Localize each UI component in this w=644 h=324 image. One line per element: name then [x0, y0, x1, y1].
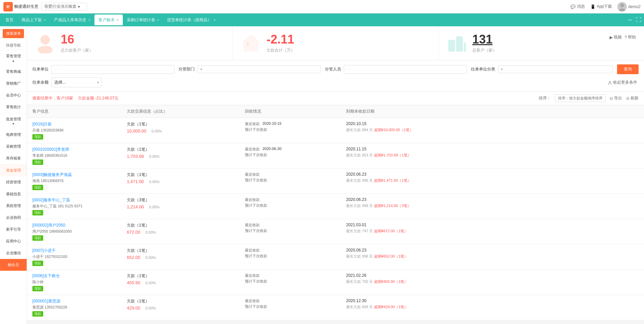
sidebar-item-enterprise-collab[interactable]: 企业协同: [0, 212, 27, 224]
sidebar-item-batch-mgmt[interactable]: 批发管理 ▼: [0, 113, 27, 129]
sidebar-item-capital-mgmt[interactable]: 资金管理: [0, 165, 27, 176]
sidebar-item-retail-store[interactable]: 零售商城: [0, 66, 27, 78]
stat-total-customers: 131 总客户（家） ▶ 视频 ? 帮助: [439, 26, 644, 60]
tab-customer-account[interactable]: 客户账本 ×: [94, 14, 123, 25]
search-menu-btn[interactable]: 搜索菜单: [3, 29, 24, 38]
app-download-btn[interactable]: 📱 App下载: [590, 4, 612, 9]
sort-selector[interactable]: 排序：按欠款金额倒序排序: [555, 94, 606, 102]
sidebar-item-inventory[interactable]: 库存核算: [0, 152, 27, 164]
debt-percent-6: 0.00%: [145, 281, 156, 285]
sidebar-label-retail-mgmt: 零售管理: [6, 54, 21, 59]
overdue-date-3: 2020.06.23: [346, 197, 639, 202]
tab-customer-account-close[interactable]: ×: [117, 18, 119, 22]
return-row-next-3: 预计下次收款: [245, 203, 346, 208]
svg-point-3: [38, 46, 53, 53]
debt-count-5: 欠款（1笔）: [127, 248, 245, 254]
sidebar-item-member-plus[interactable]: 畅会员: [0, 259, 27, 271]
refresh-btn[interactable]: ⊙ 刷新: [626, 95, 639, 101]
tab-home[interactable]: 首页: [1, 14, 18, 25]
overdue-link-4[interactable]: 超期¥672.00（1笔）: [374, 229, 408, 233]
sidebar-item-marketing[interactable]: 营销推广: [0, 78, 27, 89]
overdue-link-7[interactable]: 超期¥429.00（1笔）: [374, 305, 408, 309]
stat-debt-amount: ¥ -2.11 欠款合计（万）: [233, 26, 439, 60]
tab-purchase-order-close[interactable]: ×: [157, 18, 159, 22]
overdue-link-2[interactable]: 超期¥1,471.00（1笔）: [374, 178, 411, 182]
sidebar-item-basic-info[interactable]: 基础信息: [0, 188, 27, 200]
debt-info-7: 欠款（1笔） 429.00 0.00%: [127, 298, 245, 311]
sidebar-quick-nav[interactable]: 快捷导航: [0, 41, 27, 50]
customer-name-4[interactable]: [000002]用户2050: [32, 223, 127, 228]
overdue-detail-7: 最长欠款 808 天 超期¥429.00（1笔）: [346, 304, 639, 310]
source-unit-input[interactable]: ···: [51, 65, 174, 74]
customer-name-0[interactable]: [0016]吕俊: [32, 121, 127, 127]
nav-minimize-btn[interactable]: ─: [627, 16, 633, 24]
sidebar-item-retail-stats[interactable]: 零售统计: [0, 101, 27, 113]
sidebar-item-member-center[interactable]: 会员中心: [0, 89, 27, 101]
tab-product-offshelf[interactable]: 商品上下架 ×: [18, 14, 50, 25]
table-row: [0003]畅捷服务尹海蕊 海燕 18513066976 现款 欠款（1笔） 1…: [27, 169, 644, 194]
svg-point-0: [620, 3, 624, 7]
customer-info-5: [0007]小进干 小进干 18279152100 现款: [32, 248, 127, 266]
return-row-next-1: 预计下次收款: [245, 152, 346, 157]
sidebar-item-retail-mgmt[interactable]: 零售管理 ▲: [0, 50, 27, 66]
sidebar-item-system-mgmt[interactable]: 系统管理: [0, 200, 27, 212]
sidebar-item-ops-mgmt[interactable]: 经营管理: [0, 176, 27, 188]
user-avatar-btn[interactable]: demo2: [617, 2, 641, 11]
tab-purchase-stats[interactable]: 进货单统计表（按商品） ×: [163, 14, 220, 25]
tab-product-offshelf-close[interactable]: ×: [44, 18, 46, 22]
customer-name-6[interactable]: [0006]去下粮仓: [32, 273, 127, 279]
sidebar-item-app-center[interactable]: 应用中心: [0, 235, 27, 247]
stat-customers-label: 总客户（家）: [472, 48, 604, 53]
customer-name-7[interactable]: [000001]黄思源: [32, 298, 127, 304]
customer-name-5[interactable]: [0007]小进干: [32, 248, 127, 254]
sidebar-item-ecommerce[interactable]: 电商管理: [0, 129, 27, 141]
debt-count-4: 欠款（1笔）: [127, 223, 245, 228]
customer-phone-5: 小进干 18279152100: [32, 254, 127, 259]
customer-info-1: [0001020001]李老师 李老师 18600391516 现款: [32, 147, 127, 165]
manager-input[interactable]: ···: [344, 65, 467, 74]
dept-input[interactable]: ▾: [197, 65, 320, 73]
return-info-4: 最近收款 预计下次收款: [245, 223, 346, 234]
svg-text:¥: ¥: [246, 40, 250, 47]
nav-maximize-btn[interactable]: ⛶: [635, 16, 643, 24]
tab-purchase-order[interactable]: 采购订单统计表 ×: [123, 14, 163, 25]
customer-info-2: [0003]畅捷服务尹海蕊 海燕 18513066976 现款: [32, 172, 127, 190]
sidebar-item-enterprise-wechat[interactable]: 企业微信: [0, 247, 27, 259]
tab-product-history-close[interactable]: ×: [88, 18, 90, 22]
overdue-link-5[interactable]: 超期¥652.00（1笔）: [374, 254, 408, 258]
table-header: 客户信息 欠款交易信息（占比） 回收情况 到期未收款日期: [27, 105, 644, 118]
debt-amount-1: 1,703.68: [127, 154, 144, 159]
help-btn[interactable]: ? 帮助: [624, 34, 636, 40]
overdue-link-0[interactable]: 超期¥10,000.00（1笔）: [374, 128, 413, 132]
filter-row-1: 往来单位 ··· 分管部门 ▾ 分管人员 ···: [32, 64, 639, 74]
debt-count-0: 欠款（1笔）: [127, 121, 245, 127]
stats-row: 16 总欠款客户（家） ¥ -2.11 欠款合计（万）: [27, 26, 644, 60]
debt-amount-5: 652.00: [127, 255, 140, 260]
chevron-down-icon: ▾: [78, 4, 80, 9]
balance-input[interactable]: 选择... ▾: [51, 78, 102, 87]
return-row-next-0: 预计下次收款: [245, 127, 346, 132]
return-row-next-4: 预计下次收款: [245, 228, 346, 233]
debt-count-2: 欠款（1笔）: [127, 172, 245, 178]
video-btn[interactable]: ▶ 视频: [610, 34, 622, 40]
debt-percent-3: 0.00%: [149, 205, 160, 209]
customer-name-1[interactable]: [0001020001]李老师: [32, 147, 127, 152]
customer-name-3[interactable]: [0002]服务中心_丁磊: [32, 197, 127, 203]
overdue-link-6[interactable]: 超期¥455.90（1笔）: [374, 279, 408, 284]
customer-phone-7: 黄思源 13552700226: [32, 305, 127, 310]
collapse-btn[interactable]: ⋀ 收起更多条件: [607, 78, 639, 87]
unit-category-input[interactable]: ▾: [498, 65, 613, 73]
search-btn[interactable]: 查询: [617, 64, 639, 74]
company-selector[interactable]: 母婴行业演示账套 ▾: [41, 3, 87, 10]
messages-btn[interactable]: 💬 消息: [570, 4, 585, 9]
col-header-debt: 欠款交易信息（占比）: [127, 109, 245, 114]
overdue-link-3[interactable]: 超期¥1,214.00（3笔）: [374, 204, 411, 208]
customer-name-2[interactable]: [0003]畅捷服务尹海蕊: [32, 172, 127, 178]
sidebar-item-new-guide[interactable]: 新手引导: [0, 224, 27, 235]
overdue-link-1[interactable]: 超期¥1,703.68（1笔）: [374, 153, 411, 157]
debt-info-2: 欠款（1笔） 1,471.00 0.00%: [127, 172, 245, 184]
sidebar-item-purchase-mgmt[interactable]: 采购管理: [0, 141, 27, 152]
tab-product-history[interactable]: 产成品入库单历史 ×: [50, 14, 94, 25]
export-btn[interactable]: ⊙ 导出: [610, 95, 622, 101]
tab-purchase-stats-close[interactable]: ×: [214, 18, 216, 22]
